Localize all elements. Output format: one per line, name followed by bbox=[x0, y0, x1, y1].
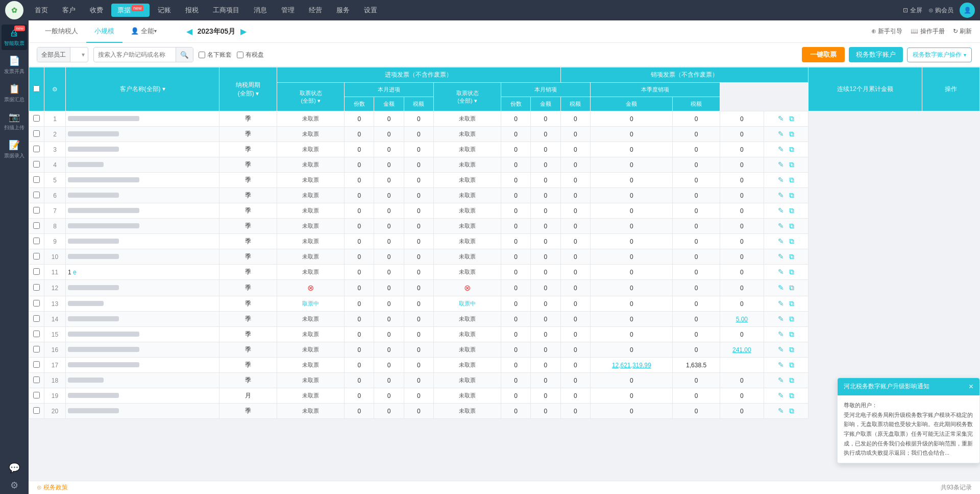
edit-icon[interactable]: ✎ bbox=[776, 114, 786, 123]
row-checkbox[interactable] bbox=[33, 207, 40, 214]
sidebar-item-invoice-summary[interactable]: 📋 票据汇总 bbox=[2, 80, 27, 106]
row-checkbox[interactable] bbox=[33, 300, 40, 307]
edit-icon[interactable]: ✎ bbox=[776, 345, 786, 354]
edit-icon[interactable]: ✎ bbox=[776, 361, 786, 369]
row-checkbox[interactable] bbox=[33, 192, 40, 198]
nav-business[interactable]: 工商项目 bbox=[207, 4, 246, 17]
nav-tax[interactable]: 报税 bbox=[179, 4, 205, 17]
tax-digital-account-btn[interactable]: 税务数字账户 bbox=[849, 47, 903, 62]
tab-all[interactable]: 👤 全能 ▾ bbox=[122, 20, 165, 43]
nav-fee[interactable]: 收费 bbox=[84, 4, 109, 17]
edit-icon[interactable]: ✎ bbox=[776, 299, 786, 308]
copy-icon[interactable]: ⧉ bbox=[788, 222, 796, 230]
copy-icon[interactable]: ⧉ bbox=[788, 191, 796, 199]
nav-ticket[interactable]: 票据new bbox=[111, 4, 150, 17]
nav-message[interactable]: 消息 bbox=[248, 4, 273, 17]
row-checkbox[interactable] bbox=[33, 315, 40, 322]
copy-icon[interactable]: ⧉ bbox=[788, 407, 796, 415]
vip-btn[interactable]: ⊙ 购会员 bbox=[928, 6, 953, 15]
row-checkbox[interactable] bbox=[33, 377, 40, 383]
avatar[interactable]: 👤 bbox=[960, 3, 975, 18]
copy-icon[interactable]: ⧉ bbox=[788, 206, 796, 215]
copy-icon[interactable]: ⧉ bbox=[788, 268, 796, 276]
row-checkbox[interactable] bbox=[33, 115, 40, 122]
select-all-checkbox[interactable] bbox=[33, 85, 40, 92]
nav-home[interactable]: 首页 bbox=[29, 4, 54, 17]
checkbox-taxdisk-input[interactable] bbox=[237, 52, 243, 58]
manual-link[interactable]: 📖 操作手册 bbox=[911, 27, 944, 36]
checkbox-account-input[interactable] bbox=[199, 52, 205, 58]
edit-icon[interactable]: ✎ bbox=[776, 391, 786, 399]
copy-icon[interactable]: ⧉ bbox=[788, 130, 796, 138]
q-amount-value[interactable]: 12,621,319.99 bbox=[612, 362, 651, 369]
edit-icon[interactable]: ✎ bbox=[776, 376, 786, 384]
employee-select[interactable]: 全部员工 ▾ bbox=[37, 47, 88, 62]
nav-manage[interactable]: 管理 bbox=[275, 4, 301, 17]
edit-icon[interactable]: ✎ bbox=[776, 222, 786, 230]
edit-icon[interactable]: ✎ bbox=[776, 145, 786, 153]
cumul-value[interactable]: 241.00 bbox=[732, 346, 751, 354]
copy-icon[interactable]: ⧉ bbox=[788, 160, 796, 169]
row-checkbox[interactable] bbox=[33, 130, 40, 137]
row-checkbox[interactable] bbox=[33, 392, 40, 398]
edit-icon[interactable]: ✎ bbox=[776, 191, 786, 199]
copy-icon[interactable]: ⧉ bbox=[788, 237, 796, 245]
edit-icon[interactable]: ✎ bbox=[776, 315, 786, 323]
sidebar-item-invoice-issue[interactable]: 📄 发票开具 bbox=[2, 52, 27, 78]
tab-general-taxpayer[interactable]: 一般纳税人 bbox=[37, 20, 86, 43]
period-prev-btn[interactable]: ◀ bbox=[185, 26, 193, 37]
row-checkbox[interactable] bbox=[33, 176, 40, 183]
row-checkbox[interactable] bbox=[33, 407, 40, 414]
sidebar-item-message[interactable]: 💬 bbox=[2, 459, 27, 477]
row-checkbox[interactable] bbox=[33, 238, 40, 244]
row-checkbox[interactable] bbox=[33, 146, 40, 152]
copy-icon[interactable]: ⧉ bbox=[788, 252, 796, 261]
edit-icon[interactable]: ✎ bbox=[776, 330, 786, 338]
tax-digital-account-ops-btn[interactable]: 税务数字账户操作 ▾ bbox=[907, 48, 972, 62]
nav-customer[interactable]: 客户 bbox=[56, 4, 82, 17]
copy-icon[interactable]: ⧉ bbox=[788, 330, 796, 338]
refresh-btn[interactable]: ↻ 刷新 bbox=[953, 27, 972, 36]
edit-icon[interactable]: ✎ bbox=[776, 268, 786, 276]
row-checkbox[interactable] bbox=[33, 346, 40, 352]
copy-icon[interactable]: ⧉ bbox=[788, 376, 796, 384]
checkbox-account[interactable]: 名下账套 bbox=[199, 51, 232, 59]
guide-link[interactable]: ⊕ 新手引导 bbox=[871, 27, 902, 36]
copy-icon[interactable]: ⧉ bbox=[788, 391, 796, 399]
fullscreen-btn[interactable]: ⊡ 全屏 bbox=[903, 6, 922, 15]
edit-icon[interactable]: ✎ bbox=[776, 206, 786, 215]
copy-icon[interactable]: ⧉ bbox=[788, 345, 796, 354]
copy-icon[interactable]: ⧉ bbox=[788, 145, 796, 153]
cumul-value[interactable]: 5.00 bbox=[736, 316, 748, 323]
row-checkbox[interactable] bbox=[33, 268, 40, 275]
sidebar-item-scan-upload[interactable]: 📷 扫描上传 bbox=[2, 108, 27, 134]
notification-close-btn[interactable]: × bbox=[969, 382, 973, 391]
edit-icon[interactable]: ✎ bbox=[776, 284, 786, 292]
nav-service[interactable]: 服务 bbox=[330, 4, 356, 17]
edit-icon[interactable]: ✎ bbox=[776, 407, 786, 415]
checkbox-taxdisk[interactable]: 有税盘 bbox=[237, 51, 264, 59]
copy-icon[interactable]: ⧉ bbox=[788, 114, 796, 123]
one-click-ticket-btn[interactable]: 一键取票 bbox=[802, 47, 845, 62]
search-input[interactable] bbox=[94, 51, 176, 58]
row-checkbox[interactable] bbox=[33, 331, 40, 337]
copy-icon[interactable]: ⧉ bbox=[788, 176, 796, 184]
edit-icon[interactable]: ✎ bbox=[776, 160, 786, 169]
copy-icon[interactable]: ⧉ bbox=[788, 299, 796, 308]
row-checkbox[interactable] bbox=[33, 222, 40, 229]
sidebar-item-settings[interactable]: ⚙ bbox=[2, 477, 27, 494]
nav-accounting[interactable]: 记账 bbox=[152, 4, 177, 17]
tab-small-scale[interactable]: 小规模 bbox=[86, 20, 122, 43]
nav-operation[interactable]: 经营 bbox=[303, 4, 328, 17]
row-checkbox[interactable] bbox=[33, 253, 40, 260]
copy-icon[interactable]: ⧉ bbox=[788, 361, 796, 369]
edit-icon[interactable]: ✎ bbox=[776, 252, 786, 261]
row-checkbox[interactable] bbox=[33, 161, 40, 168]
edit-icon[interactable]: ✎ bbox=[776, 237, 786, 245]
edit-icon[interactable]: ✎ bbox=[776, 176, 786, 184]
copy-icon[interactable]: ⧉ bbox=[788, 315, 796, 323]
row-checkbox[interactable] bbox=[33, 361, 40, 368]
edit-icon[interactable]: ✎ bbox=[776, 130, 786, 138]
sidebar-item-ticket-entry[interactable]: 📝 票据录入 bbox=[2, 136, 27, 162]
nav-setting[interactable]: 设置 bbox=[358, 4, 383, 17]
